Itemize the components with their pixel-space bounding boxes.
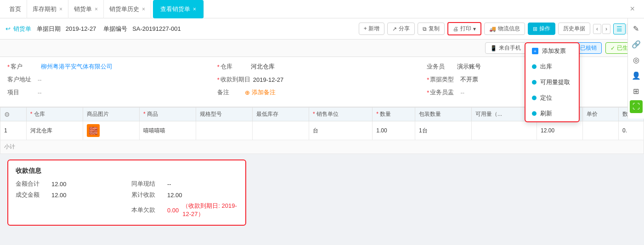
customer-field: * 客户 柳州粤港平安气体有限公司 (7, 63, 217, 71)
add-note-icon: ⊕ (245, 89, 250, 96)
product-img-icon: 🧱 (89, 126, 98, 135)
note-field: 备注 ⊕ 添加备注 (217, 88, 427, 97)
prev-button[interactable]: ‹ (593, 24, 601, 34)
warehouse-label: 仓库 (220, 63, 248, 71)
toolbar: ↩ 销货单 单据日期 2019-12-27 单据编号 SA-20191227-0… (0, 18, 644, 40)
salesperson-value: -- (460, 89, 464, 96)
copy-icon: ⧉ (423, 26, 427, 32)
add-note-button[interactable]: ⊕ 添加备注 (245, 88, 276, 97)
sidebar-table-icon[interactable]: ⊞ (630, 85, 643, 97)
address-value: -- (38, 76, 42, 83)
list-view-button[interactable]: ☰ (613, 23, 626, 34)
add-invoice-icon: + (532, 48, 538, 54)
phone-icon: 📱 (490, 45, 497, 51)
locate-label: 定位 (540, 94, 552, 102)
note-label: 备注 (217, 88, 245, 97)
date-value: 2019-12-27 (66, 25, 96, 32)
cumulative-row: 累计收款 12.00 (131, 191, 238, 199)
sidebar-circle-icon[interactable]: ◎ (630, 53, 643, 66)
row-min-stock (252, 121, 309, 140)
col-product: * 商品 (139, 108, 196, 121)
col-settings[interactable]: ⚙ (0, 108, 27, 121)
row-warehouse: 河北仓库 (26, 121, 83, 140)
payment-title: 收款信息 (16, 167, 238, 175)
available-qty-item[interactable]: 可用量提取 (525, 74, 579, 90)
right-sidebar: ✎ 🔗 ◎ 👤 ⊞ ⛶ (627, 18, 644, 119)
add-invoice-item[interactable]: + 添加发票 (525, 43, 579, 59)
from-phone-button[interactable]: 📱 来自手机 (485, 42, 526, 54)
tab-view-sales[interactable]: 查看销货单 × (153, 0, 204, 18)
sidebar-link-icon[interactable]: 🔗 (630, 38, 643, 51)
refresh-label: 刷新 (540, 109, 552, 118)
locate-item[interactable]: 定位 (525, 90, 579, 106)
col-unit: * 销售单位 (309, 108, 373, 121)
logistics-icon: 🚚 (489, 26, 496, 32)
tab-inventory-label: 库存期初 (33, 5, 56, 13)
window-close-button[interactable]: × (624, 4, 640, 14)
tab-home[interactable]: 首页 (4, 0, 27, 18)
copy-button[interactable]: ⧉ 复制 (418, 23, 445, 35)
customer-value[interactable]: 柳州粤港平安气体有限公司 (41, 63, 113, 71)
nav-arrows: ‹ › (593, 24, 610, 34)
invoice-required: * (427, 76, 429, 83)
new-button[interactable]: + 新增 (359, 23, 384, 35)
invoice-label: 票据类型 (430, 75, 458, 84)
tab-view-sales-close[interactable]: × (193, 6, 196, 12)
address-label: 客户地址 (7, 75, 35, 84)
sidebar-user-icon[interactable]: 👤 (630, 69, 643, 82)
address-field: 客户地址 -- (7, 75, 217, 84)
doc-type-label: 销货单 (13, 25, 31, 33)
tab-sales-history-close[interactable]: × (142, 6, 145, 12)
total-row: 金额合计 12.00 (16, 180, 122, 188)
due-date-field: * 收款到期日 2019-12-27 (217, 75, 427, 84)
logistics-button[interactable]: 🚚 物流信息 (484, 23, 525, 35)
row-stock: 12.00 (537, 121, 583, 140)
balance-note: （收款到期日: 2019-12-27） (182, 202, 238, 218)
customer-label: 客户 (11, 63, 38, 71)
tab-inventory-close[interactable]: × (59, 6, 62, 12)
payment-box: 收款信息 金额合计 12.00 同单现结 -- 成交金额 12.00 累计收款 … (7, 160, 246, 226)
tab-inventory[interactable]: 库存期初 × (27, 0, 68, 18)
col-warehouse: * 仓库 (26, 108, 83, 121)
total-label: 金额合计 (16, 180, 48, 188)
refresh-item[interactable]: 刷新 (525, 106, 579, 121)
col-min-stock: 最低库存 (252, 108, 309, 121)
row-spec (196, 121, 252, 140)
balance-label: 本单欠款 (131, 206, 164, 214)
subtotal-row: 小计 (0, 140, 644, 154)
operate-button[interactable]: ⊞ 操作 (528, 23, 555, 35)
share-button[interactable]: ↗ 分享 (387, 23, 415, 35)
row-pack-qty: 1台 (415, 121, 472, 140)
number-label: 单据编号 SA-20191227-001 (103, 25, 181, 33)
balance-row: 本单欠款 0.00 （收款到期日: 2019-12-27） (131, 202, 238, 218)
doc-title: ↩ 销货单 (6, 25, 31, 33)
tab-sales-history-label: 销货单历史 (109, 5, 139, 13)
project-field: 项目 -- (7, 88, 217, 97)
doc-type-icon: ↩ (6, 25, 11, 32)
tab-sales-history[interactable]: 销货单历史 × (104, 0, 151, 18)
tab-sales-close[interactable]: × (95, 6, 98, 12)
available-qty-dot (532, 80, 537, 85)
available-qty-label: 可用量提取 (540, 78, 570, 86)
col-img: 商品图片 (83, 108, 139, 121)
balance-value: 0.00 (167, 207, 179, 214)
outbound-item[interactable]: 出库 (525, 59, 579, 74)
due-date-required: * (217, 76, 220, 83)
history-button[interactable]: 历史单据 (558, 23, 590, 35)
tab-sales[interactable]: 销货单 × (68, 0, 104, 18)
print-button[interactable]: 🖨 打印 ▾ (447, 22, 481, 35)
refresh-dot (532, 111, 537, 116)
cumulative-value: 12.00 (167, 192, 182, 199)
operations-dropdown: + 添加发票 出库 可用量提取 定位 刷新 (525, 42, 580, 122)
tab-view-sales-label: 查看销货单 (160, 5, 190, 13)
add-invoice-label: 添加发票 (542, 47, 566, 55)
transaction-row: 成交金额 12.00 (16, 191, 122, 199)
sidebar-expand-icon[interactable]: ⛶ (630, 100, 643, 113)
product-image: 🧱 (87, 124, 100, 137)
transaction-label: 成交金额 (16, 191, 48, 199)
sidebar-edit-icon[interactable]: ✎ (630, 22, 643, 35)
warehouse-required: * (217, 63, 220, 70)
employee-value: 演示账号 (457, 63, 481, 71)
due-date-value: 2019-12-27 (253, 76, 284, 83)
next-button[interactable]: › (602, 24, 610, 34)
